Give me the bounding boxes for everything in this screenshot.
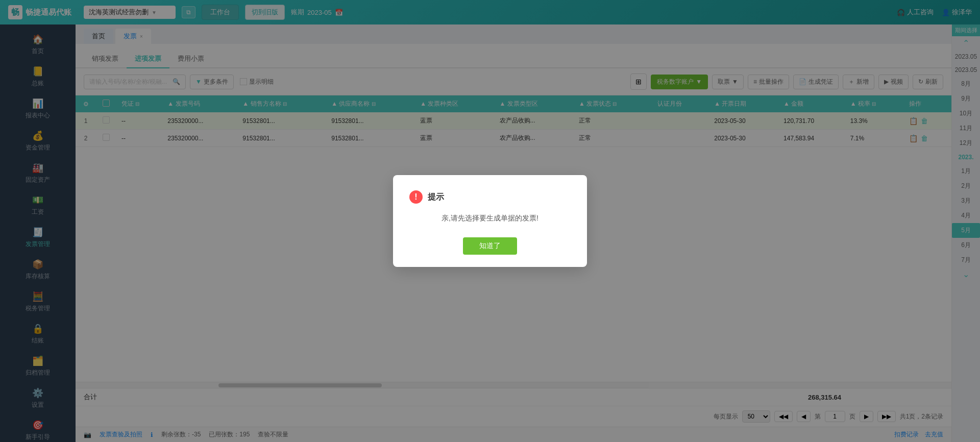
modal-ok-label: 知道了 [479,241,501,250]
modal-message: 亲,请先选择要生成单据的发票! [442,214,538,222]
modal-overlay: ! 提示 亲,请先选择要生成单据的发票! 知道了 [0,0,980,442]
modal-header: ! 提示 [409,190,571,204]
modal-ok-btn[interactable]: 知道了 [463,237,517,255]
modal-footer: 知道了 [463,237,517,255]
modal-dialog: ! 提示 亲,请先选择要生成单据的发票! 知道了 [393,175,587,267]
modal-body: 亲,请先选择要生成单据的发票! [442,212,538,225]
modal-warn-icon: ! [409,190,423,204]
modal-title: 提示 [428,192,444,203]
